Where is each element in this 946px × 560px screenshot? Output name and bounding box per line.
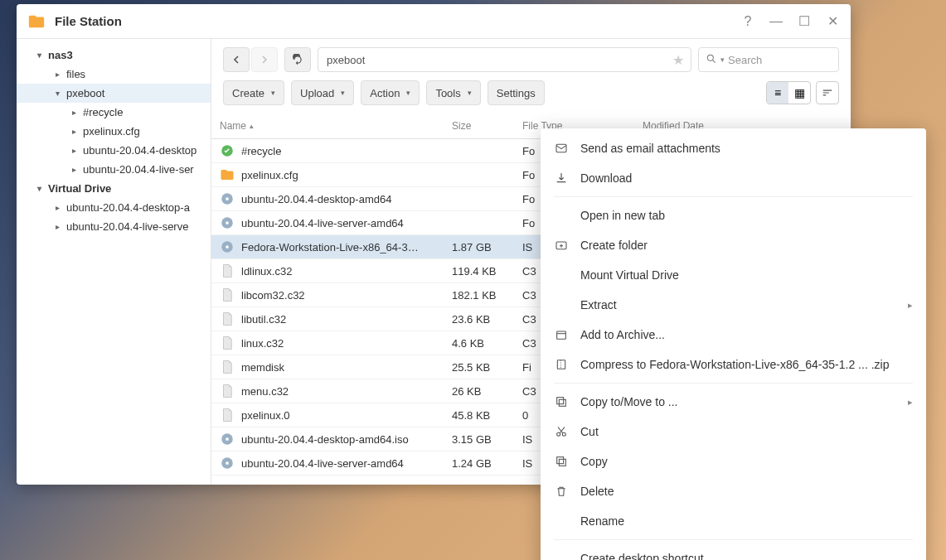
file-size: 4.6 KB — [444, 337, 514, 350]
chevron-right-icon: ▸ — [908, 300, 913, 311]
app-icon — [27, 12, 46, 31]
copy-icon — [554, 394, 569, 409]
menu-compress[interactable]: Compress to Fedora-Workstation-Live-x86_… — [541, 350, 926, 379]
menu-cut[interactable]: Cut — [541, 417, 926, 447]
back-button[interactable] — [223, 47, 250, 72]
upload-button[interactable]: Upload — [291, 80, 354, 105]
menu-shortcut[interactable]: Create desktop shortcut — [541, 543, 926, 560]
close-button[interactable]: ✕ — [824, 13, 841, 30]
caret-icon: ▸ — [51, 203, 63, 212]
menu-label: Download — [580, 171, 632, 185]
file-name: pxelinux.0 — [241, 409, 290, 422]
file-icon — [220, 336, 235, 350]
archive-icon — [554, 327, 569, 342]
svg-rect-14 — [557, 331, 566, 339]
disc-icon — [220, 215, 235, 230]
path-input[interactable]: pxeboot★ — [318, 47, 691, 72]
tree-vd-item[interactable]: ▸ubuntu-20.04.4-live-serve — [17, 217, 211, 236]
search-placeholder: Search — [728, 54, 762, 66]
svg-point-7 — [226, 245, 229, 249]
minimize-button[interactable]: — — [768, 13, 784, 30]
cut-icon — [554, 424, 569, 439]
tree-root[interactable]: ▾nas3 — [17, 46, 211, 65]
tree-item-ubuntu-server[interactable]: ▸ubuntu-20.04.4-live-ser — [17, 160, 211, 179]
menu-label: Compress to Fedora-Workstation-Live-x86_… — [580, 358, 889, 371]
menu-mount-virtual-drive[interactable]: Mount Virtual Drive — [541, 260, 926, 290]
svg-rect-12 — [556, 144, 566, 152]
tree-label: ubuntu-20.04.4-desktop-a — [66, 201, 190, 214]
file-name: memdisk — [241, 361, 284, 374]
file-size: 26 KB — [444, 385, 514, 398]
settings-button[interactable]: Settings — [488, 80, 545, 105]
file-name: libutil.c32 — [241, 313, 286, 326]
file-icon — [220, 263, 235, 278]
menu-extract[interactable]: Extract▸ — [541, 290, 926, 320]
tree-item-recycle[interactable]: ▸#recycle — [17, 103, 211, 122]
caret-icon: ▸ — [68, 127, 80, 136]
forward-button[interactable] — [251, 47, 278, 72]
col-size-header[interactable]: Size — [444, 113, 514, 138]
tree-item-files[interactable]: ▸files — [17, 65, 211, 84]
trash-icon — [554, 484, 569, 499]
tree-item-ubuntu-desktop[interactable]: ▸ubuntu-20.04.4-desktop — [17, 141, 211, 160]
caret-icon: ▸ — [68, 146, 80, 155]
maximize-button[interactable]: ☐ — [796, 13, 813, 30]
menu-add-archive[interactable]: Add to Archive... — [541, 320, 926, 350]
refresh-button[interactable] — [284, 47, 311, 72]
file-icon — [220, 360, 235, 374]
star-icon[interactable]: ★ — [672, 52, 684, 68]
help-button[interactable]: ? — [740, 13, 756, 30]
menu-delete[interactable]: Delete — [541, 476, 926, 506]
disc-icon — [220, 432, 235, 447]
menu-open-tab[interactable]: Open in new tab — [541, 200, 926, 230]
mail-icon — [554, 141, 569, 156]
disc-icon — [220, 456, 235, 471]
tree-virtual-drive[interactable]: ▾Virtual Drive — [17, 179, 211, 198]
file-size: 1.87 GB — [444, 241, 514, 253]
menu-send-email[interactable]: Send as email attachments — [541, 133, 926, 163]
menu-label: Add to Archive... — [580, 328, 665, 341]
menu-download[interactable]: Download — [541, 163, 926, 193]
caret-icon: ▾ — [51, 89, 63, 98]
zip-icon — [554, 357, 569, 372]
sidebar: ▾nas3 ▸files ▾pxeboot ▸#recycle ▸pxelinu… — [17, 39, 211, 485]
file-name: menu.c32 — [241, 385, 289, 398]
copy-icon — [554, 454, 569, 469]
search-input[interactable]: ▾Search — [698, 47, 839, 72]
menu-label: Extract — [580, 298, 617, 311]
tree-vd-item[interactable]: ▸ubuntu-20.04.4-desktop-a — [17, 198, 211, 217]
titlebar: File Station ? — ☐ ✕ — [17, 4, 851, 39]
menu-copy[interactable]: Copy — [541, 447, 926, 476]
svg-rect-17 — [557, 398, 564, 404]
tree-label: ubuntu-20.04.4-live-ser — [83, 163, 194, 176]
caret-icon: ▸ — [68, 165, 80, 174]
file-name: ubuntu-20.04.4-desktop-amd64.iso — [241, 433, 409, 446]
menu-rename[interactable]: Rename — [541, 506, 926, 536]
tree-item-pxelinuxcfg[interactable]: ▸pxelinux.cfg — [17, 122, 211, 141]
list-view-button[interactable]: ≡ — [767, 82, 788, 104]
tree-label: pxelinux.cfg — [83, 125, 140, 138]
caret-icon: ▸ — [51, 222, 63, 231]
create-button[interactable]: Create — [223, 80, 284, 105]
grid-view-button[interactable]: ▦ — [788, 82, 810, 104]
menu-create-folder[interactable]: Create folder — [541, 230, 926, 260]
svg-point-3 — [226, 197, 229, 200]
file-name: Fedora-Workstation-Live-x86_64-3… — [241, 241, 419, 253]
menu-label: Copy to/Move to ... — [580, 395, 678, 408]
svg-rect-16 — [559, 399, 565, 406]
file-icon — [220, 384, 235, 398]
col-name-header[interactable]: Name▴ — [211, 113, 444, 138]
tree-item-pxeboot[interactable]: ▾pxeboot — [17, 84, 211, 103]
sort-button[interactable] — [816, 81, 839, 104]
file-name: #recycle — [241, 145, 281, 157]
svg-rect-15 — [557, 360, 565, 369]
menu-label: Send as email attachments — [580, 142, 720, 155]
tree-label: files — [66, 68, 85, 80]
file-name: pxelinux.cfg — [241, 169, 298, 181]
tools-button[interactable]: Tools — [426, 80, 480, 105]
file-name: ldlinux.c32 — [241, 265, 292, 278]
file-size: 25.5 KB — [444, 361, 514, 374]
action-button[interactable]: Action — [361, 80, 420, 105]
file-name: ubuntu-20.04.4-live-server-amd64 — [241, 457, 404, 470]
menu-copy-move[interactable]: Copy to/Move to ...▸ — [541, 387, 926, 417]
